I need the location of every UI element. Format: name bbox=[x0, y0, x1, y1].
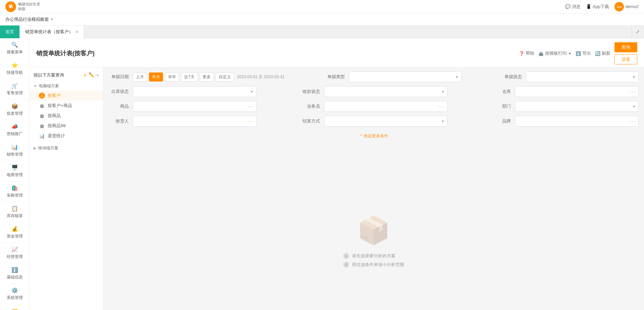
filter-area: 单据日期 上月 本月 本年 近7天 更多 自定义 2023-03-01 至 20… bbox=[103, 67, 644, 173]
page-header: 销货单统计表(按客户) ❓ 帮助 🖨️ 按模板打印 ▼ ⬇️ 导出 🔄 刷新 bbox=[30, 38, 644, 67]
type-select[interactable]: ▼ bbox=[349, 71, 462, 82]
collapse-scheme-button[interactable]: « bbox=[96, 72, 99, 78]
scheme-panel-actions: + ✏️ « bbox=[84, 72, 99, 78]
date-btn-this-month[interactable]: 本月 bbox=[149, 72, 163, 82]
help-icon: ❓ bbox=[519, 51, 524, 56]
filter-row-status: 出库状态 ▼ 收款状态 ▼ 仓库 bbox=[109, 86, 639, 97]
out-status-select[interactable]: ▼ bbox=[133, 86, 257, 97]
main-layout: 🔍 搜索菜单 ⭐ 快捷导航 🛒 零售管理 📦 批发管理 📣 营销推广 📊 销售管… bbox=[0, 38, 644, 310]
scheme-group-title-mobile[interactable]: ▶ 移动端方案 bbox=[30, 144, 103, 153]
print-icon: 🖨️ bbox=[538, 51, 544, 56]
help-button[interactable]: ❓ 帮助 bbox=[519, 50, 534, 56]
refresh-button[interactable]: 🔄 刷新 bbox=[595, 50, 610, 56]
scheme-item-by-product-99[interactable]: ▦ 按商品99 bbox=[30, 121, 103, 131]
download-icon: 📱 bbox=[586, 4, 591, 9]
sidebar-item-quick-nav[interactable]: ⭐ 快捷导航 bbox=[0, 59, 29, 79]
status-label: 单据状态 bbox=[502, 74, 522, 80]
inventory-icon: 📋 bbox=[11, 205, 18, 212]
scheme-item-by-return[interactable]: 📊 退货统计 bbox=[30, 131, 103, 141]
settle-arrow: ▼ bbox=[441, 119, 444, 123]
tab-sales-summary[interactable]: 销货单统计表（按客户） ✕ bbox=[20, 25, 84, 38]
salesperson-dots: ··· bbox=[439, 104, 445, 109]
sidebar-item-retail-mgmt[interactable]: 🛒 零售管理 bbox=[0, 79, 29, 100]
empty-hint-2: ② 用过滤条件来缩小分析范围 bbox=[343, 262, 404, 268]
department-select[interactable]: ▼ bbox=[515, 101, 639, 112]
brand-label: 品牌 bbox=[491, 118, 511, 124]
sidebar-item-inventory[interactable]: 📋 库存核算 bbox=[0, 202, 29, 222]
sidebar-item-sales-mgmt[interactable]: 📊 销售管理 bbox=[0, 141, 29, 161]
salesperson-label: 业务员 bbox=[300, 103, 320, 109]
date-label: 单据日期 bbox=[109, 74, 129, 80]
scheme-panel: 按以下方案查询 + ✏️ « ▼ 电脑端方案 人 按客户 bbox=[30, 67, 103, 310]
scheme-item-by-product[interactable]: ▦ 按商品 bbox=[30, 111, 103, 121]
scheme-item-by-customer[interactable]: 人 按客户 bbox=[30, 91, 103, 101]
query-button[interactable]: 查询 bbox=[614, 42, 637, 52]
sales-icon: 📊 bbox=[11, 144, 18, 150]
sidebar-item-operations-mgmt[interactable]: 📈 经营管理 bbox=[0, 243, 29, 263]
settle-select[interactable]: ▼ bbox=[324, 116, 448, 126]
date-range-display: 2023-03-01 至 2023-03-31 bbox=[237, 74, 284, 80]
edit-scheme-button[interactable]: ✏️ bbox=[89, 72, 94, 78]
date-btn-last-month[interactable]: 上月 bbox=[133, 72, 147, 82]
print-dropdown-arrow: ▼ bbox=[568, 52, 572, 55]
marketing-icon: 📣 bbox=[11, 123, 18, 130]
ecommerce-icon: 🖥️ bbox=[11, 164, 18, 171]
date-btn-last-7days[interactable]: 近7天 bbox=[181, 72, 198, 82]
export-icon: ⬇️ bbox=[576, 51, 581, 56]
workspace-selector[interactable]: 办公用品行业模拟账套 ▼ bbox=[5, 16, 54, 22]
sidebar-item-basic-info[interactable]: ℹ️ 基础信息 bbox=[0, 263, 29, 284]
avatar-icon: Ea bbox=[614, 2, 624, 11]
add-scheme-button[interactable]: + bbox=[84, 72, 87, 78]
product-select[interactable]: ··· bbox=[133, 101, 257, 112]
receiver-select[interactable]: ··· bbox=[133, 116, 257, 126]
sidebar-item-finance-mgmt[interactable]: 💰 资金管理 bbox=[0, 222, 29, 243]
status-dropdown-arrow: ▼ bbox=[632, 75, 636, 79]
settle-label: 结算方式 bbox=[300, 118, 320, 124]
app-download-button[interactable]: 📱 App下载 bbox=[586, 4, 609, 10]
warehouse-select[interactable]: ··· bbox=[515, 86, 639, 97]
tab-close-button[interactable]: ✕ bbox=[75, 30, 78, 34]
sidebar-item-wholesale-mgmt[interactable]: 📦 批发管理 bbox=[0, 100, 29, 120]
messages-button[interactable]: 💬 消息 bbox=[565, 4, 581, 10]
product-label: 商品 bbox=[109, 103, 129, 109]
type-label: 单据类型 bbox=[325, 74, 345, 80]
date-btn-more[interactable]: 更多 bbox=[200, 72, 214, 82]
scheme-item-by-customer-product[interactable]: ▦ 按客户+商品 bbox=[30, 101, 103, 111]
sidebar-item-system-mgmt[interactable]: ⚙️ 系统管理 bbox=[0, 284, 29, 304]
scheme-icon-product: ▦ bbox=[39, 113, 45, 119]
collapse-bar[interactable]: ⌃ 收起更多条件 bbox=[109, 131, 639, 142]
sidebar-item-search-menu[interactable]: 🔍 搜索菜单 bbox=[0, 38, 29, 59]
filter-row-product: 商品 ··· 业务员 ··· 部门 bbox=[109, 101, 639, 112]
salesperson-select[interactable]: ··· bbox=[324, 101, 448, 112]
inner-layout: 按以下方案查询 + ✏️ « ▼ 电脑端方案 人 按客户 bbox=[30, 67, 644, 310]
tab-expand-button[interactable]: ⤢ bbox=[631, 25, 644, 38]
sidebar-item-enterprise-collab[interactable]: 🤝 企业协同 bbox=[0, 304, 29, 310]
scheme-icon-customer-product: ▦ bbox=[39, 103, 45, 109]
template-print-button[interactable]: 🖨️ 按模板打印 ▼ bbox=[538, 50, 572, 56]
collab-icon: 🤝 bbox=[11, 308, 18, 310]
settings-button[interactable]: 设置 bbox=[614, 54, 637, 64]
date-btn-this-year[interactable]: 本年 bbox=[165, 72, 179, 82]
filter-row-receiver: 收货人 ··· 结算方式 ▼ 品牌 bbox=[109, 116, 639, 126]
user-avatar[interactable]: Ea demo2 bbox=[614, 2, 639, 11]
scheme-group-title-desktop[interactable]: ▼ 电脑端方案 bbox=[30, 82, 103, 91]
content-area: 销货单统计表(按客户) ❓ 帮助 🖨️ 按模板打印 ▼ ⬇️ 导出 🔄 刷新 bbox=[30, 38, 644, 310]
warehouse-dots: ··· bbox=[630, 89, 636, 94]
brand-select[interactable]: ··· bbox=[515, 116, 639, 126]
sidebar-item-purchase-mgmt[interactable]: 🛍️ 采购管理 bbox=[0, 182, 29, 202]
tab-home[interactable]: 首页 bbox=[0, 25, 20, 38]
top-bar: 畅 畅捷信好生意 标版 💬 消息 📱 App下载 Ea demo2 bbox=[0, 0, 644, 13]
scheme-panel-header: 按以下方案查询 + ✏️ « bbox=[30, 70, 103, 80]
sidebar-item-marketing[interactable]: 📣 营销推广 bbox=[0, 120, 29, 141]
collect-status-select[interactable]: ▼ bbox=[324, 86, 448, 97]
logo-area: 畅 畅捷信好生意 标版 bbox=[5, 1, 40, 12]
sidebar-item-ecommerce-mgmt[interactable]: 🖥️ 电商管理 bbox=[0, 161, 29, 182]
status-select[interactable]: ▼ bbox=[526, 71, 639, 82]
date-btn-custom[interactable]: 自定义 bbox=[216, 72, 234, 82]
search-icon: 🔍 bbox=[11, 42, 18, 48]
export-button[interactable]: ⬇️ 导出 bbox=[576, 50, 591, 56]
empty-illustration: 📦 bbox=[357, 215, 390, 246]
department-arrow: ▼ bbox=[632, 105, 636, 108]
mobile-group-arrow: ▶ bbox=[34, 146, 36, 150]
collect-status-label: 收款状态 bbox=[300, 89, 320, 95]
